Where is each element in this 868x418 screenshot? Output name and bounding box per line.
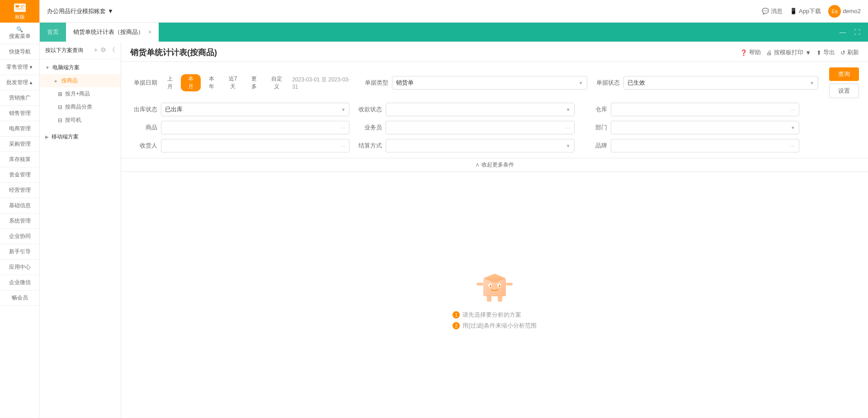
scheme-panel-actions: + ⚙ 《 xyxy=(94,46,115,54)
sidebar-item-finance[interactable]: 资金管理 xyxy=(0,167,39,183)
active-tab-label: 销货单统计计表（按商品） xyxy=(73,28,144,36)
department-label: 部门 xyxy=(580,124,607,132)
export-btn[interactable]: ⬆ 导出 xyxy=(816,48,835,57)
quick-nav-label: 快捷导航 xyxy=(0,48,39,56)
scheme-item-by-product[interactable]: ● 按商品 xyxy=(40,74,121,87)
export-icon: ⬆ xyxy=(816,49,821,56)
close-tab-btn[interactable]: × xyxy=(148,29,151,35)
refresh-btn[interactable]: ↺ 刷新 xyxy=(840,48,859,57)
enterprise-label: 企业协同 xyxy=(9,233,31,239)
retail-label: 零售管理 xyxy=(6,63,28,71)
mobile-group-label: 移动端方案 xyxy=(52,133,79,141)
warehouse-input[interactable]: ··· xyxy=(611,103,799,116)
app-icon: 📱 xyxy=(790,8,797,14)
tab-maximize-btn[interactable]: ⛶ xyxy=(852,27,863,38)
refresh-label: 刷新 xyxy=(847,48,859,57)
sidebar-item-marketing[interactable]: 营销推广 xyxy=(0,90,39,106)
product-input[interactable]: ··· xyxy=(161,121,349,134)
scheme-add-btn[interactable]: + xyxy=(94,46,98,54)
page-header-actions: ❓ 帮助 🖨 按模板打印 ▼ ⬆ 导出 ↺ 刷新 xyxy=(740,48,859,57)
sidebar-item-member[interactable]: 畅会员 xyxy=(0,290,39,306)
date-custom-btn[interactable]: 自定义 xyxy=(265,74,288,91)
template-print-label: 按模板打印 xyxy=(774,48,803,57)
tip-dot-2: 2 xyxy=(453,322,460,329)
brand-input[interactable]: ··· xyxy=(611,139,799,152)
sidebar-item-system[interactable]: 系统管理 xyxy=(0,214,39,229)
message-label: 消息 xyxy=(771,7,783,15)
member-label: 畅会员 xyxy=(12,294,28,301)
scheme-item-by-category[interactable]: ⊟ 按商品分类 xyxy=(40,100,121,114)
sidebar-item-apps[interactable]: 应用中心 xyxy=(0,260,39,275)
refresh-icon: ↺ xyxy=(840,49,845,56)
doc-status-select[interactable]: 已生效 ▼ xyxy=(623,76,818,90)
settings-btn[interactable]: 设置 xyxy=(829,84,859,98)
sidebar-item-wholesale[interactable]: 批发管理 ▲ xyxy=(0,75,39,90)
salesperson-input[interactable]: ··· xyxy=(386,121,574,134)
scheme-category-label: 按商品分类 xyxy=(65,103,92,111)
sidebar-item-enterprise[interactable]: 企业协同 xyxy=(0,229,39,244)
tab-home[interactable]: 首页 xyxy=(40,23,66,42)
salesperson-dots-icon: ··· xyxy=(565,124,571,131)
svg-rect-3 xyxy=(20,7,23,8)
salesperson-label: 业务员 xyxy=(355,124,382,132)
app-download-btn[interactable]: 📱 App下载 xyxy=(790,7,821,15)
doc-type-select[interactable]: 销货单 ▼ xyxy=(392,76,587,90)
group-label: 电脑端方案 xyxy=(52,64,80,71)
scheme-collapse-btn[interactable]: 《 xyxy=(109,46,115,54)
scheme-item-by-month-product[interactable]: ⊞ 按月+商品 xyxy=(40,87,121,100)
settlement-select[interactable]: ▼ xyxy=(386,139,574,152)
date-quick-btns: 上月 本月 本年 近7天 更多 自定义 xyxy=(161,74,288,91)
sidebar-item-purchase[interactable]: 采购管理 xyxy=(0,137,39,152)
tab-minimize-btn[interactable]: — xyxy=(837,27,848,38)
collection-arrow-icon: ▼ xyxy=(566,107,571,112)
query-btn[interactable]: 查询 xyxy=(829,67,859,81)
help-btn[interactable]: ❓ 帮助 xyxy=(740,48,761,57)
filter-results-panel: 销货单统计计表(按商品) ❓ 帮助 🖨 按模板打印 ▼ ⬆ 导出 xyxy=(121,42,868,418)
sidebar-item-wechat[interactable]: 企业微信 xyxy=(0,275,39,290)
industry-name: 办公用品行业模拟账套 xyxy=(47,7,106,15)
product-dots-icon: ··· xyxy=(340,124,346,131)
date-label: 单据日期 xyxy=(130,79,157,87)
date-prev-month-btn[interactable]: 上月 xyxy=(161,74,179,91)
sidebar-item-sales[interactable]: 销售管理 xyxy=(0,106,39,121)
template-print-btn[interactable]: 🖨 按模板打印 ▼ xyxy=(766,48,811,57)
empty-illustration xyxy=(472,260,517,305)
sidebar-search[interactable]: 🔍 搜索菜单 xyxy=(0,23,39,44)
sidebar-item-ecommerce[interactable]: 电商管理 xyxy=(0,121,39,137)
sidebar-subtitle: 标版 xyxy=(15,14,25,20)
date-this-year-btn[interactable]: 本年 xyxy=(203,74,221,91)
date-last7-btn[interactable]: 近7天 xyxy=(222,74,244,91)
date-this-month-btn[interactable]: 本月 xyxy=(181,74,201,91)
department-select[interactable]: ▼ xyxy=(611,121,799,134)
sidebar-item-retail[interactable]: 零售管理 ▼ xyxy=(0,60,39,75)
scheme-group-mobile-header[interactable]: ▶ 移动端方案 xyxy=(40,130,121,143)
tab-bar-actions: — ⛶ xyxy=(837,27,868,38)
tab-active[interactable]: 销货单统计计表（按商品） × xyxy=(66,23,159,42)
apps-label: 应用中心 xyxy=(9,264,31,270)
collection-select[interactable]: ▼ xyxy=(386,103,574,116)
sidebar-quick-nav[interactable]: 快捷导航 xyxy=(0,44,39,60)
content-area: 按以下方案查询 + ⚙ 《 ▼ 电脑端方案 ● 按商品 ⊞ 按月 xyxy=(40,42,868,418)
sidebar-item-newbie[interactable]: 新手引导 xyxy=(0,244,39,260)
sidebar-item-basic[interactable]: 基础信息 xyxy=(0,198,39,214)
scheme-group-desktop: ▼ 电脑端方案 ● 按商品 ⊞ 按月+商品 ⊟ 按商品分类 ⊟ 按司机 xyxy=(40,59,121,128)
industry-selector[interactable]: 办公用品行业模拟账套 ▼ xyxy=(47,7,113,15)
collapse-bar[interactable]: ∧ 收起更多条件 xyxy=(121,158,868,172)
home-tab-label: 首页 xyxy=(47,28,59,36)
warehouse-out-select[interactable]: 已出库 ▼ xyxy=(161,103,349,116)
scheme-settings-btn[interactable]: ⚙ xyxy=(100,46,106,54)
sidebar-item-operations[interactable]: 经营管理 xyxy=(0,183,39,198)
mobile-group-arrow-icon: ▶ xyxy=(45,134,49,139)
category-icon: ⊟ xyxy=(58,104,62,110)
recipient-input[interactable]: ··· xyxy=(161,139,349,152)
message-btn[interactable]: 💬 消息 xyxy=(762,7,783,15)
scheme-item-by-driver[interactable]: ⊟ 按司机 xyxy=(40,114,121,127)
top-header: 办公用品行业模拟账套 ▼ 💬 消息 📱 App下载 Ea demo2 xyxy=(40,0,868,23)
sales-label: 销售管理 xyxy=(9,110,31,116)
scheme-group-desktop-header[interactable]: ▼ 电脑端方案 xyxy=(40,61,121,74)
warehouse-label: 仓库 xyxy=(580,105,607,114)
sidebar-item-inventory[interactable]: 库存核算 xyxy=(0,152,39,167)
avatar: Ea xyxy=(828,5,841,18)
date-more-btn[interactable]: 更多 xyxy=(245,74,263,91)
user-profile[interactable]: Ea demo2 xyxy=(828,5,861,18)
